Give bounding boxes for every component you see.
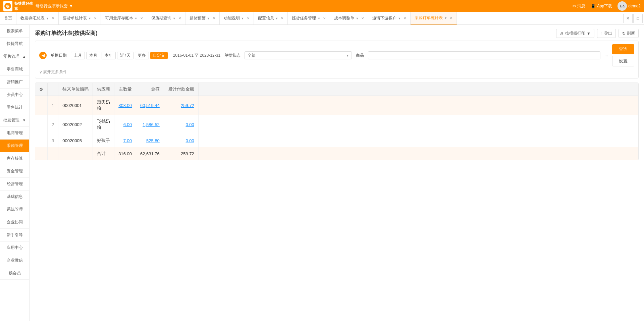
nav-tab-caigoudingtantongjibiao[interactable]: 采购订单统计表 ▼ ✕ — [411, 12, 457, 24]
qty-link[interactable]: 7.00 — [123, 138, 132, 143]
sidebar-item-label: 零售统计 — [7, 105, 23, 110]
message-label: 消息 — [577, 3, 585, 9]
sidebar-item-label: 零售商城 — [7, 66, 23, 72]
tab-dropdown-arrow: ▼ — [46, 17, 49, 20]
tab-close[interactable]: ✕ — [52, 16, 54, 20]
nav-tab-yaoqingxiayoukehudang[interactable]: 邀请下游客户 ▼ ✕ — [368, 12, 411, 24]
message-btn[interactable]: ✉ 消息 — [573, 3, 585, 9]
sidebar-item-retail-stat[interactable]: 零售统计 — [0, 101, 29, 114]
sidebar-item-retail-shop[interactable]: 零售商城 — [0, 63, 29, 76]
nav-tab-yaohuodantongjibiao[interactable]: 要货单统计表 ▼ ✕ — [59, 12, 101, 24]
paid-link[interactable]: 0.00 — [186, 122, 194, 127]
sidebar-item-appcenter[interactable]: 应用中心 — [0, 242, 29, 254]
amount-link[interactable]: 60,519.44 — [140, 103, 160, 108]
nav-tab-gongnengshuo[interactable]: 功能说明 ▼ ✕ — [220, 12, 254, 24]
sidebar-item-quicknav[interactable]: 快捷导航 — [0, 38, 29, 50]
nav-tab-chengbentiaozhengsingle[interactable]: 成本调整单 ▼ ✕ — [330, 12, 368, 24]
sidebar-item-newbie[interactable]: 新手引导 — [0, 229, 29, 242]
filter-toggle-btn[interactable]: ◀ — [39, 52, 47, 59]
col-settings: ⚙ — [35, 83, 48, 96]
sidebar-item-retail[interactable]: 零售管理 ▲ — [0, 50, 29, 63]
svg-text:畅: 畅 — [6, 4, 9, 8]
table-footer-row: 合计 316.00 62,631.76 259.72 — [35, 147, 638, 160]
query-actions: 查询 设置 — [612, 44, 634, 66]
nav-close-all-btn[interactable]: ✕ — [623, 14, 633, 23]
sidebar-item-system[interactable]: 系统管理 — [0, 203, 29, 216]
paid-link[interactable]: 259.72 — [181, 103, 194, 108]
expand-more-btn[interactable]: ∨ 展开更多条件 — [39, 69, 634, 75]
export-button[interactable]: ↑ 导出 — [597, 29, 616, 38]
status-select[interactable]: 全部 待审核 已审核 已关闭 — [245, 51, 352, 59]
sidebar-item-purchase[interactable]: 采购管理 — [0, 140, 29, 152]
qty-link[interactable]: 6.00 — [123, 122, 132, 127]
tab-close[interactable]: ✕ — [361, 16, 364, 20]
amount-link[interactable]: 525.80 — [146, 138, 160, 143]
date-custom-badge[interactable]: 自定义 — [150, 52, 168, 59]
col-supplier-name: 供应商 — [93, 83, 114, 96]
filter-bar: ◀ 单据日期 上月 本月 本年 近7天 更多 自定义 2016-01-01 至 … — [35, 41, 639, 78]
main-area: 搜索菜单 快捷导航 零售管理 ▲ 零售商城 营销推广 会员中心 零售统计 批 — [0, 25, 644, 321]
paid-link[interactable]: 0.00 — [186, 138, 194, 143]
goods-input[interactable] — [368, 51, 600, 59]
amount-link[interactable]: 1,586.52 — [143, 122, 160, 127]
sidebar-item-search[interactable]: 搜索菜单 — [0, 25, 29, 38]
col-amount: 金额 — [136, 83, 164, 96]
tab-close[interactable]: ✕ — [323, 16, 326, 20]
tab-close[interactable]: ✕ — [178, 16, 181, 20]
sidebar-item-operation[interactable]: 经营管理 — [0, 178, 29, 191]
app-download-btn[interactable]: 📱 App下载 — [591, 3, 612, 9]
refresh-button[interactable]: ↻ 刷新 — [619, 29, 639, 38]
sidebar-item-wholesale[interactable]: 批发管理 ▼ — [0, 114, 29, 127]
nav-tab-shoufahuizonghebiao[interactable]: 收发存汇总表 ▼ ✕ — [16, 12, 59, 24]
sidebar-item-member2[interactable]: 畅会员 — [0, 267, 29, 280]
nav-maximize-btn[interactable]: □ — [633, 14, 643, 23]
cell-paid-amount: 0.00 — [164, 134, 198, 147]
query-button[interactable]: 查询 — [612, 44, 634, 54]
settings-icon[interactable]: ⚙ — [39, 87, 43, 92]
date-btn-more[interactable]: 更多 — [135, 52, 149, 59]
cell-amount: 60,519.44 — [136, 96, 164, 115]
sidebar-item-basic[interactable]: 基础信息 — [0, 191, 29, 203]
footer-paid: 259.72 — [164, 147, 198, 160]
date-btn-last-month[interactable]: 上月 — [71, 52, 85, 59]
sidebar-item-enterprise[interactable]: 企业协同 — [0, 216, 29, 229]
tab-close[interactable]: ✕ — [450, 16, 452, 20]
footer-label: 合计 — [93, 147, 114, 160]
tab-close[interactable]: ✕ — [94, 16, 97, 20]
workspace-selector[interactable]: 母婴行业演示账套 ▼ — [36, 3, 573, 9]
print-button[interactable]: 🖨 按模板打印 ▼ — [556, 29, 594, 38]
tab-label: 保质期查询 — [151, 15, 171, 21]
tab-close[interactable]: ✕ — [404, 16, 406, 20]
nav-tab-peizhixinxi[interactable]: 配置信息 ▼ ✕ — [254, 12, 288, 24]
nav-tab-keyongliangkucunzhangben[interactable]: 可用量库存账本 ▼ ✕ — [101, 12, 147, 24]
date-btn-7days[interactable]: 近7天 — [117, 52, 133, 59]
sidebar-item-ecommerce[interactable]: 电商管理 — [0, 127, 29, 140]
cell-rownum: 3 — [48, 134, 58, 147]
qty-link[interactable]: 303.00 — [118, 103, 132, 108]
tab-close[interactable]: ✕ — [140, 16, 143, 20]
tab-close[interactable]: ✕ — [247, 16, 250, 20]
date-btn-this-month[interactable]: 本月 — [86, 52, 100, 59]
tab-dropdown-arrow: ▼ — [356, 17, 359, 20]
settings-button[interactable]: 设置 — [612, 56, 634, 66]
col-main-qty: 主数量 — [114, 83, 136, 96]
sidebar-item-label: 批发管理 — [3, 117, 19, 123]
sidebar-item-corpwechat[interactable]: 企业微信 — [0, 254, 29, 267]
sidebar-item-finance[interactable]: 资金管理 — [0, 165, 29, 178]
sidebar-item-label: 经营管理 — [7, 181, 23, 187]
goods-more-icon[interactable]: ··· — [604, 53, 608, 58]
nav-tab-paihuorenwuguanli[interactable]: 拣货任务管理 ▼ ✕ — [288, 12, 330, 24]
cell-supplier-code: 00020005 — [58, 134, 93, 147]
nav-tab-baozhiqixianchaxun[interactable]: 保质期查询 ▼ ✕ — [147, 12, 185, 24]
cell-supplier-code: 00020002 — [58, 115, 93, 134]
tab-close[interactable]: ✕ — [213, 16, 215, 20]
sidebar-item-member[interactable]: 会员中心 — [0, 89, 29, 101]
tab-close[interactable]: ✕ — [281, 16, 283, 20]
nav-tab-home[interactable]: 首页 — [0, 12, 16, 24]
expand-label: 展开更多条件 — [43, 69, 67, 75]
nav-tab-chaochuyujing[interactable]: 超储预警 ▼ ✕ — [185, 12, 220, 24]
date-btn-this-year[interactable]: 本年 — [102, 52, 116, 59]
user-area[interactable]: Ea demo2 — [618, 1, 641, 11]
sidebar-item-marketing[interactable]: 营销推广 — [0, 76, 29, 89]
sidebar-item-inventory[interactable]: 库存核算 — [0, 152, 29, 165]
